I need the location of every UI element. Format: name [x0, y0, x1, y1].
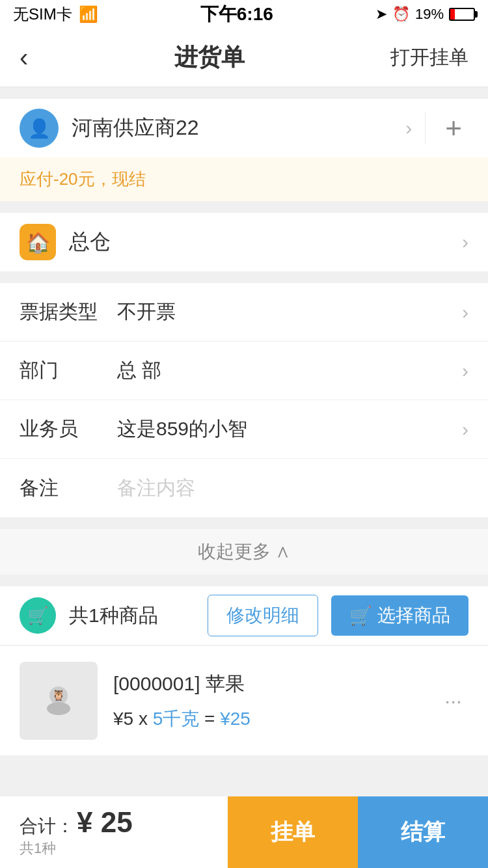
product-price: ¥5 x 5千克 = ¥25 [113, 707, 422, 731]
select-products-button[interactable]: 🛒 选择商品 [331, 595, 468, 636]
invoice-value: 不开票 [98, 299, 462, 325]
invoice-row[interactable]: 票据类型 不开票 › [0, 283, 488, 342]
invoice-label: 票据类型 [20, 299, 98, 325]
warehouse-chevron-icon: › [462, 231, 468, 253]
supplier-row[interactable]: 👤 河南供应商22 › + [0, 99, 488, 157]
collapse-button[interactable]: 收起更多 ∧ [0, 529, 488, 575]
unit-price: ¥5 [113, 709, 133, 729]
product-more-button[interactable]: ··· [438, 683, 468, 720]
products-header: 🛒 共1种商品 修改明细 🛒 选择商品 [0, 586, 488, 645]
svg-point-1 [47, 702, 70, 715]
salesperson-row[interactable]: 业务员 这是859的小智 › [0, 400, 488, 459]
back-button[interactable]: ‹ [20, 43, 28, 72]
total-section: 合计： ¥ 25 共1种 [0, 806, 228, 858]
add-supplier-button[interactable]: + [439, 112, 468, 144]
warehouse-row[interactable]: 🏠 总仓 › [0, 213, 488, 271]
svg-text:🦉: 🦉 [52, 689, 65, 701]
battery-icon [449, 8, 475, 21]
remark-label: 备注 [20, 475, 98, 502]
product-code: [0000001] [113, 673, 200, 694]
warehouse-name: 总仓 [69, 228, 462, 256]
status-left: 无SIM卡 📶 [13, 4, 98, 25]
wifi-icon: 📶 [79, 5, 98, 23]
product-title: 苹果 [206, 673, 245, 694]
salesperson-label: 业务员 [20, 416, 98, 442]
cart-icon: 🛒 [27, 606, 48, 626]
supplier-alert: 应付-20元，现结 [0, 157, 488, 201]
edit-detail-button[interactable]: 修改明细 [208, 595, 318, 636]
open-pending-button[interactable]: 打开挂单 [390, 44, 468, 71]
quantity: 5千克 [153, 709, 200, 729]
location-icon: ➤ [375, 6, 387, 23]
carrier-label: 无SIM卡 [13, 4, 72, 25]
total-price: ¥25 [220, 709, 251, 729]
warehouse-section[interactable]: 🏠 总仓 › [0, 213, 488, 271]
department-row[interactable]: 部门 总 部 › [0, 342, 488, 400]
product-image: 🦉 [20, 662, 98, 740]
total-amount: ¥ 25 [77, 806, 133, 839]
vertical-divider [425, 112, 426, 144]
battery-label: 19% [415, 6, 444, 23]
product-thumbnail: 🦉 [20, 662, 98, 740]
page-title: 进货单 [174, 42, 245, 74]
multiply-sign: x [139, 709, 153, 729]
department-value: 总 部 [98, 357, 462, 384]
products-icon: 🛒 [20, 597, 56, 634]
status-time: 下午6:16 [200, 2, 273, 27]
avatar-icon: 👤 [28, 118, 51, 139]
products-count: 共1种商品 [69, 603, 195, 629]
remark-row[interactable]: 备注 备注内容 [0, 459, 488, 517]
invoice-chevron-icon: › [462, 301, 468, 323]
collapse-label: 收起更多 ∧ [198, 539, 291, 564]
total-count: 共1种 [20, 839, 208, 858]
salesperson-chevron-icon: › [462, 418, 468, 441]
pending-button[interactable]: 挂单 [228, 796, 358, 868]
select-icon: 🛒 [349, 605, 372, 627]
product-info: [0000001] 苹果 ¥5 x 5千克 = ¥25 [113, 671, 422, 731]
equals-sign: = [204, 709, 220, 729]
select-label: 选择商品 [377, 603, 450, 628]
checkout-button[interactable]: 结算 [358, 796, 488, 868]
product-item: 🦉 [0000001] 苹果 ¥5 x 5千克 = ¥25 ··· [0, 646, 488, 755]
department-label: 部门 [20, 357, 98, 384]
nav-bar: ‹ 进货单 打开挂单 [0, 29, 488, 87]
supplier-section: 👤 河南供应商22 › + 应付-20元，现结 [0, 99, 488, 201]
salesperson-value: 这是859的小智 [98, 416, 462, 442]
supplier-avatar: 👤 [20, 109, 59, 148]
product-name: [0000001] 苹果 [113, 671, 422, 698]
alarm-icon: ⏰ [392, 6, 410, 23]
bottom-bar: 合计： ¥ 25 共1种 挂单 结算 [0, 796, 488, 868]
total-label: 合计： [20, 814, 74, 839]
status-bar: 无SIM卡 📶 下午6:16 ➤ ⏰ 19% [0, 0, 488, 29]
status-right: ➤ ⏰ 19% [375, 6, 475, 23]
supplier-chevron-icon: › [405, 117, 412, 139]
divider-1 [0, 87, 488, 99]
warehouse-icon: 🏠 [20, 224, 56, 260]
form-section: 票据类型 不开票 › 部门 总 部 › 业务员 这是859的小智 › 备注 备注… [0, 283, 488, 517]
department-chevron-icon: › [462, 360, 468, 382]
remark-placeholder[interactable]: 备注内容 [98, 475, 468, 502]
supplier-name: 河南供应商22 [72, 114, 405, 142]
